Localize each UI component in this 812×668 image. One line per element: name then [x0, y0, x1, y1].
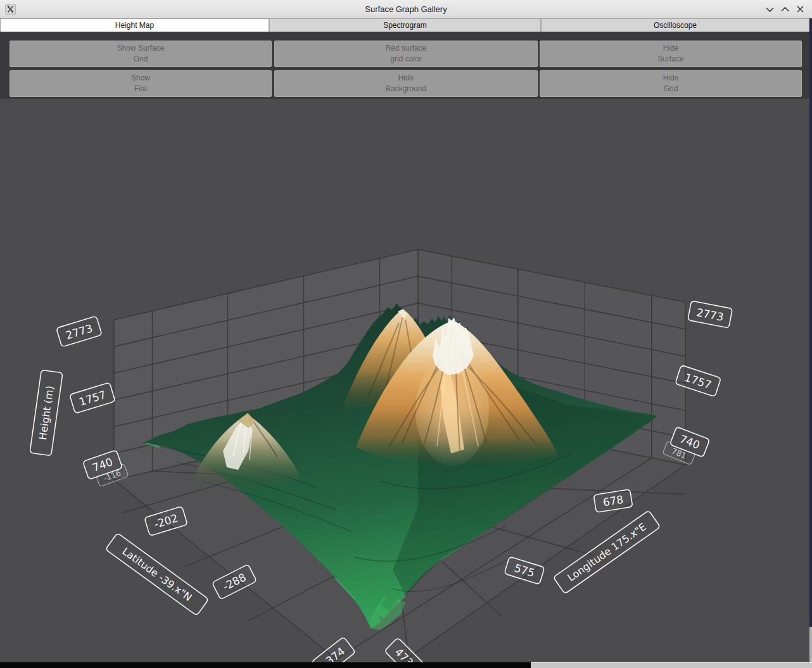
hide-grid-button[interactable]: Hide Grid: [540, 70, 802, 97]
maximize-button[interactable]: [778, 3, 792, 16]
minimize-button[interactable]: [763, 3, 777, 16]
tab-label: Spectrogram: [383, 21, 427, 30]
red-surface-grid-color-button[interactable]: Red surface grid color: [274, 41, 538, 67]
tab-label: Oscilloscope: [654, 21, 697, 30]
close-icon: [797, 6, 804, 13]
button-line2: Background: [386, 84, 426, 94]
button-line2: Surface: [657, 54, 683, 65]
show-surface-grid-button[interactable]: Show Surface Grid: [10, 41, 272, 67]
surface-plot-area[interactable]: -116 781 2773 1757 740: [0, 99, 809, 662]
close-button[interactable]: [793, 3, 807, 16]
toolbar: Show Surface Grid Red surface grid color…: [0, 32, 809, 99]
button-line2: grid color: [390, 54, 421, 65]
desktop-edge-light: [809, 627, 812, 662]
tab-label: Height Map: [115, 21, 154, 30]
button-line1: Red surface: [386, 43, 427, 54]
tab-height-map[interactable]: Height Map: [0, 18, 269, 32]
tab-bar: Height Map Spectrogram Oscilloscope: [0, 18, 809, 32]
surface-plot-canvas[interactable]: -116 781 2773 1757 740: [0, 99, 809, 662]
button-line2: Grid: [134, 54, 148, 65]
button-line1: Hide: [663, 73, 679, 84]
button-line1: Show Surface: [117, 43, 165, 54]
button-line1: Hide: [398, 73, 414, 84]
button-line1: Show: [131, 73, 150, 84]
title-bar: Surface Graph Gallery: [0, 0, 812, 18]
screen-bottom-strip-light: [531, 662, 812, 668]
show-flat-button[interactable]: Show Flat: [10, 70, 272, 97]
hide-background-button[interactable]: Hide Background: [274, 70, 538, 97]
screen-bottom-strip: [0, 662, 531, 668]
button-line1: Hide: [663, 43, 679, 54]
desktop: Surface Graph Gallery Height Map Spectro…: [0, 0, 812, 668]
window-title: Surface Graph Gallery: [0, 0, 812, 18]
button-line2: Flat: [134, 84, 147, 94]
hide-surface-button[interactable]: Hide Surface: [540, 41, 802, 67]
tab-oscilloscope[interactable]: Oscilloscope: [541, 18, 809, 32]
chevron-up-icon: [781, 6, 789, 13]
desktop-edge: [809, 18, 812, 627]
button-line2: Grid: [664, 84, 678, 94]
chevron-down-icon: [766, 6, 774, 13]
tab-spectrogram[interactable]: Spectrogram: [269, 18, 541, 32]
